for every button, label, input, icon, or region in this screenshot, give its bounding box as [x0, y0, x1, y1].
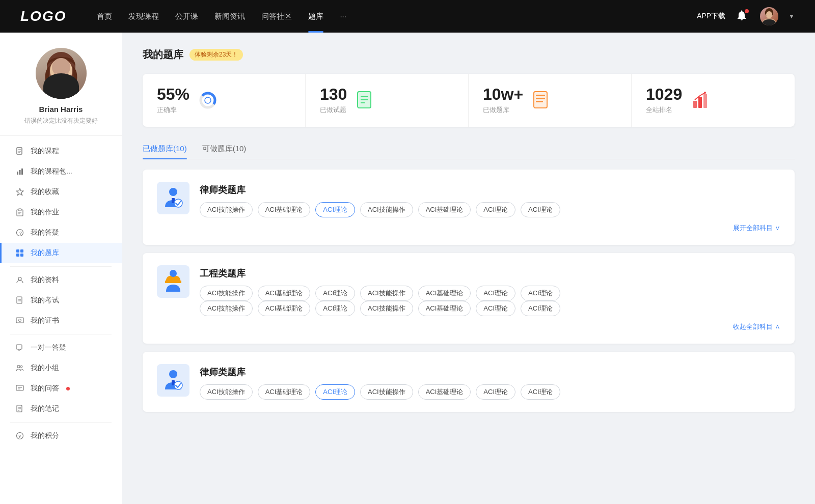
sidebar-item-notes[interactable]: 我的笔记	[0, 399, 122, 419]
bar-chart-icon	[15, 167, 24, 176]
tag-1-5[interactable]: ACI基础理论	[418, 202, 471, 217]
svg-rect-54	[693, 101, 697, 108]
nav-home[interactable]: 首页	[97, 12, 112, 21]
profile-section: Brian Harris 错误的决定比没有决定要好	[0, 48, 122, 136]
tag-3-4[interactable]: ACI技能操作	[360, 384, 413, 400]
tag-2-3[interactable]: ACI理论	[315, 286, 355, 301]
svg-point-29	[19, 319, 21, 322]
sidebar-item-certificates[interactable]: 我的证书	[0, 311, 122, 331]
stat-accuracy-text: 55% 正确率	[157, 86, 189, 115]
tag-2-8[interactable]: ACI技能操作	[200, 301, 253, 316]
svg-rect-28	[16, 318, 23, 323]
stat-rank-value: 1029	[646, 86, 682, 102]
tag-3-1[interactable]: ACI技能操作	[200, 384, 253, 400]
tag-3-5[interactable]: ACI基础理论	[418, 384, 471, 400]
question-circle-icon: ?	[15, 228, 24, 237]
tag-3-3[interactable]: ACI理论	[315, 384, 355, 400]
main-content: 我的题库 体验剩余23天！ 55% 正确率	[122, 33, 815, 504]
bank-tags-1: ACI技能操作 ACI基础理论 ACI理论 ACI技能操作 ACI基础理论 AC…	[200, 202, 780, 217]
sidebar-item-my-questions[interactable]: 我的问答	[0, 378, 122, 399]
nav-discover[interactable]: 发现课程	[128, 12, 159, 21]
sidebar-label-favorites: 我的收藏	[31, 187, 59, 197]
tag-2-7[interactable]: ACI理论	[521, 286, 560, 301]
tag-2-5[interactable]: ACI基础理论	[418, 286, 471, 301]
svg-point-58	[169, 188, 177, 196]
tag-2-2[interactable]: ACI基础理论	[258, 286, 311, 301]
bank-card-1-body: 律师类题库 ACI技能操作 ACI基础理论 ACI理论 ACI技能操作 ACI基…	[157, 182, 780, 233]
tag-2-12[interactable]: ACI基础理论	[418, 301, 471, 316]
tag-1-7[interactable]: ACI理论	[521, 202, 560, 217]
tag-1-2[interactable]: ACI基础理论	[258, 202, 311, 217]
tag-2-11[interactable]: ACI技能操作	[360, 301, 413, 316]
svg-rect-61	[165, 281, 181, 283]
stat-rank: 1029 全站排名	[632, 74, 795, 127]
bank-card-1-content: 律师类题库 ACI技能操作 ACI基础理论 ACI理论 ACI技能操作 ACI基…	[200, 182, 780, 233]
tag-2-9[interactable]: ACI基础理论	[258, 301, 311, 316]
stat-accuracy: 55% 正确率	[143, 74, 306, 127]
svg-rect-55	[698, 97, 702, 108]
sidebar-item-courses[interactable]: 我的课程	[0, 141, 122, 161]
tag-2-13[interactable]: ACI理论	[476, 301, 515, 316]
tab-available[interactable]: 可做题库(10)	[202, 139, 247, 159]
stat-done-text: 130 已做试题	[320, 86, 347, 115]
tag-3-7[interactable]: ACI理论	[521, 384, 560, 400]
nav-news[interactable]: 新闻资讯	[214, 12, 245, 21]
nav-question-bank[interactable]: 题库	[308, 12, 323, 21]
sidebar-item-favorites[interactable]: 我的收藏	[0, 182, 122, 202]
tag-3-6[interactable]: ACI理论	[476, 384, 515, 400]
nav-right: APP下载 ▼	[697, 7, 795, 25]
tutor-icon	[15, 343, 24, 352]
tag-1-3[interactable]: ACI理论	[315, 202, 355, 217]
sidebar-item-tutor[interactable]: 一对一答疑	[0, 338, 122, 358]
stat-done-value: 130	[320, 86, 347, 102]
stat-banks-label: 已做题库	[483, 105, 523, 115]
user-avatar-nav[interactable]	[760, 7, 778, 25]
tag-1-1[interactable]: ACI技能操作	[200, 202, 253, 217]
svg-rect-53	[536, 101, 543, 102]
collapse-link-2[interactable]: 收起全部科目 ∧	[733, 322, 780, 331]
tag-1-6[interactable]: ACI理论	[476, 202, 515, 217]
sidebar-item-exams[interactable]: 我的考试	[0, 290, 122, 311]
svg-text:¥: ¥	[18, 434, 21, 439]
sidebar-item-points[interactable]: ¥ 我的积分	[0, 426, 122, 446]
tag-2-14[interactable]: ACI理论	[521, 301, 560, 316]
sidebar-item-qa[interactable]: ? 我的答疑	[0, 222, 122, 243]
sidebar-item-question-bank[interactable]: 我的题库	[0, 243, 122, 263]
bank-tags-2-row1: ACI技能操作 ACI基础理论 ACI理论 ACI技能操作 ACI基础理论 AC…	[200, 286, 780, 301]
logo[interactable]: LOGO	[20, 8, 66, 24]
sidebar-label-qa: 我的答疑	[31, 228, 59, 237]
notification-bell[interactable]	[736, 9, 750, 23]
svg-rect-15	[18, 209, 21, 211]
bank-card-2-body: 工程类题库 ACI技能操作 ACI基础理论 ACI理论 ACI技能操作 ACI基…	[157, 265, 780, 331]
svg-rect-21	[20, 249, 23, 253]
sidebar-item-packages[interactable]: 我的课程包...	[0, 161, 122, 182]
nav-open-course[interactable]: 公开课	[175, 12, 198, 21]
tag-3-2[interactable]: ACI基础理论	[258, 384, 311, 400]
tag-2-1[interactable]: ACI技能操作	[200, 286, 253, 301]
notification-dot	[745, 9, 749, 13]
sidebar-item-profile[interactable]: 我的资料	[0, 270, 122, 290]
sidebar-label-exams: 我的考试	[31, 296, 59, 305]
done-questions-icon	[355, 90, 375, 110]
sidebar-item-homework[interactable]: 我的作业	[0, 202, 122, 222]
tab-done[interactable]: 已做题库(10)	[143, 139, 187, 159]
avatar-chevron[interactable]: ▼	[789, 13, 795, 20]
sidebar-divider-3	[10, 422, 112, 423]
tag-2-10[interactable]: ACI理论	[315, 301, 355, 316]
avatar-image	[760, 7, 778, 25]
tag-2-4[interactable]: ACI技能操作	[360, 286, 413, 301]
user-avatar-sidebar[interactable]	[36, 48, 87, 99]
sidebar-item-group[interactable]: 我的小组	[0, 358, 122, 378]
svg-rect-22	[16, 254, 19, 257]
nav-qa[interactable]: 问答社区	[261, 12, 292, 21]
certificate-icon	[15, 316, 24, 325]
stat-accuracy-label: 正确率	[157, 105, 189, 115]
tag-2-6[interactable]: ACI理论	[476, 286, 515, 301]
app-download-link[interactable]: APP下载	[697, 12, 725, 21]
expand-link-1[interactable]: 展开全部科目 ∨	[733, 223, 780, 233]
tag-1-4[interactable]: ACI技能操作	[360, 202, 413, 217]
nav-more[interactable]: ···	[340, 12, 346, 21]
bank-icon-lawyer-3	[157, 364, 189, 400]
svg-point-32	[20, 366, 22, 368]
svg-rect-5	[58, 80, 65, 87]
